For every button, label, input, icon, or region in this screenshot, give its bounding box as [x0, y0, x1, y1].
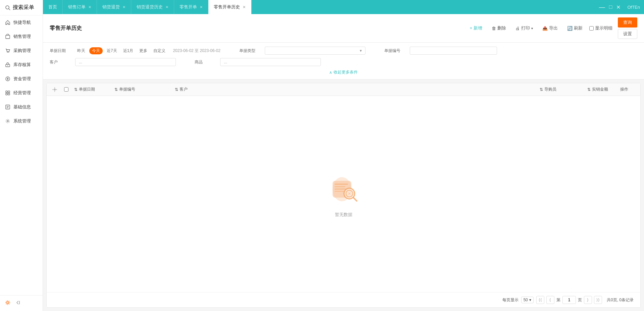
tab-sales-return-history[interactable]: 销货退货历史 ✕ [131, 0, 174, 14]
page-title: 零售开单历史 [50, 25, 82, 32]
tab-close-icon[interactable]: ✕ [165, 5, 168, 9]
dropdown-arrow-icon: ▾ [360, 48, 362, 53]
svg-rect-21 [335, 189, 347, 190]
refresh-icon: 🔄 [567, 26, 573, 31]
svg-rect-2 [6, 35, 10, 39]
sort-icon: ⇅ [540, 87, 543, 92]
th-bill-no[interactable]: ⇅ 单据编号 [112, 87, 172, 92]
tab-maximize-icon[interactable]: □ [609, 4, 612, 10]
sidebar-item-quick-nav[interactable]: 快捷导航 [0, 15, 43, 30]
filter-row-2: 客户 ... 商品 ... [50, 58, 637, 66]
tab-home[interactable]: 首页 [43, 0, 63, 14]
customer-select[interactable]: ... [75, 58, 176, 66]
svg-line-1 [9, 9, 10, 10]
collapse-sidebar-icon[interactable] [15, 300, 21, 307]
per-page-select[interactable]: 50 ▾ [521, 297, 534, 303]
display-detail-toggle[interactable]: 显示明细 [589, 25, 612, 31]
settings-footer-icon[interactable] [5, 300, 11, 307]
date-custom[interactable]: 自定义 [151, 47, 167, 54]
svg-rect-8 [6, 91, 7, 93]
tab-window-close-icon[interactable]: ✕ [616, 4, 621, 10]
empty-text: 暂无数据 [335, 212, 352, 218]
tab-close-icon[interactable]: ✕ [200, 5, 203, 9]
tab-retail-history[interactable]: 零售开单历史 ✕ [208, 0, 251, 14]
empty-state: 暂无数据 [47, 96, 640, 292]
goods-placeholder: ... [224, 60, 227, 64]
brand-label: OfTEn [627, 5, 640, 10]
empty-illustration [325, 171, 362, 208]
sidebar-item-system[interactable]: 系统管理 [0, 114, 43, 128]
next-page-button[interactable]: ⟩ [584, 296, 592, 304]
sidebar-item-label: 系统管理 [13, 118, 31, 124]
svg-rect-22 [335, 191, 344, 192]
sort-icon: ⇅ [587, 87, 591, 92]
th-customer[interactable]: ⇅ 客户 [172, 87, 537, 92]
date-last1month[interactable]: 近1月 [121, 47, 136, 54]
query-button[interactable]: 查询 [618, 17, 637, 28]
settings-button[interactable]: 设置 [618, 29, 637, 39]
tab-sales-return[interactable]: 销货退货 ✕ [97, 0, 131, 14]
tab-sales-order[interactable]: 销售订单 ✕ [63, 0, 97, 14]
export-button[interactable]: 📤 导出 [540, 24, 560, 33]
finance-icon [5, 76, 11, 82]
first-page-button[interactable]: ⟨⟨ [536, 296, 544, 304]
svg-rect-11 [8, 93, 10, 95]
th-checkbox[interactable] [61, 87, 71, 92]
tab-close-icon[interactable]: ✕ [88, 5, 91, 9]
goods-select[interactable]: ... [220, 58, 321, 66]
sidebar-footer [0, 295, 43, 311]
sidebar-item-inventory[interactable]: 库存核算 [0, 58, 43, 72]
select-all-checkbox[interactable] [64, 87, 68, 92]
sidebar-search[interactable]: 搜索采单 [0, 0, 43, 15]
tab-retail-open[interactable]: 零售开单 ✕ [174, 0, 208, 14]
sidebar-item-basic[interactable]: 基础信息 [0, 100, 43, 114]
bill-no-label: 单据编号 [384, 48, 404, 54]
svg-point-14 [7, 302, 9, 304]
sidebar-item-label: 销售管理 [13, 34, 31, 40]
collapse-filter-button[interactable]: ∧ 收起更多条件 [50, 69, 637, 75]
sidebar-item-operations[interactable]: 经营管理 [0, 86, 43, 100]
total-info: 共0页, 0条记录 [607, 297, 634, 303]
sidebar-item-purchase[interactable]: 采购管理 [0, 44, 43, 58]
tab-close-icon[interactable]: ✕ [243, 5, 246, 9]
bill-type-select[interactable]: ▾ [265, 47, 365, 55]
print-button[interactable]: 🖨 打印 ▾ [513, 24, 536, 33]
trash-icon: 🗑 [492, 26, 496, 31]
filter-row-1: 单据日期 昨天 今天 近7天 近1月 更多 自定义 2023-06-02 至 2… [50, 47, 637, 55]
date-today[interactable]: 今天 [89, 47, 103, 54]
main-area: 首页 销售订单 ✕ 销货退货 ✕ 销货退货历史 ✕ 零售开单 ✕ 零售开单历史 … [43, 0, 644, 311]
sales-icon [5, 34, 11, 40]
last-page-button[interactable]: ⟩⟩ [594, 296, 602, 304]
tab-close-icon[interactable]: ✕ [122, 5, 126, 9]
content-area: 零售开单历史 + 新增 🗑 删除 🖨 打印 ▾ 📤 导出 🔄 [43, 14, 644, 311]
refresh-button[interactable]: 🔄 刷新 [564, 24, 585, 33]
system-icon [5, 118, 11, 124]
svg-point-4 [8, 52, 9, 53]
date-more[interactable]: 更多 [137, 47, 149, 54]
delete-button[interactable]: 🗑 删除 [489, 24, 509, 33]
th-amount[interactable]: ⇅ 实销金额 [571, 87, 611, 92]
tab-minimize-icon[interactable]: — [599, 4, 605, 11]
svg-line-25 [353, 198, 357, 201]
th-guide[interactable]: ⇅ 导购员 [537, 87, 571, 92]
toolbar: + 新增 🗑 删除 🖨 打印 ▾ 📤 导出 🔄 刷新 [467, 17, 637, 39]
date-last7[interactable]: 近7天 [105, 47, 119, 54]
date-yesterday[interactable]: 昨天 [75, 47, 87, 54]
bill-no-input[interactable] [410, 47, 497, 55]
prev-page-button[interactable]: ⟨ [546, 296, 554, 304]
sidebar-item-sales[interactable]: 销售管理 [0, 30, 43, 44]
page-header: 零售开单历史 + 新增 🗑 删除 🖨 打印 ▾ 📤 导出 🔄 [43, 14, 644, 43]
sort-icon: ⇅ [175, 87, 178, 92]
add-button[interactable]: + 新增 [467, 24, 485, 33]
th-settings[interactable] [49, 87, 61, 92]
svg-rect-20 [335, 186, 345, 187]
page-number-input[interactable] [562, 296, 576, 304]
sidebar-item-finance[interactable]: 资金管理 [0, 72, 43, 86]
filter-area: 单据日期 昨天 今天 近7天 近1月 更多 自定义 2023-06-02 至 2… [43, 43, 644, 80]
bill-type-label: 单据类型 [239, 48, 259, 54]
display-detail-checkbox[interactable] [589, 26, 594, 31]
th-date[interactable]: ⇅ 单据日期 [71, 87, 112, 92]
svg-point-0 [6, 6, 9, 9]
collapse-up-icon: ∧ [329, 70, 332, 75]
tab-actions: — □ ✕ OfTEn [595, 4, 644, 11]
